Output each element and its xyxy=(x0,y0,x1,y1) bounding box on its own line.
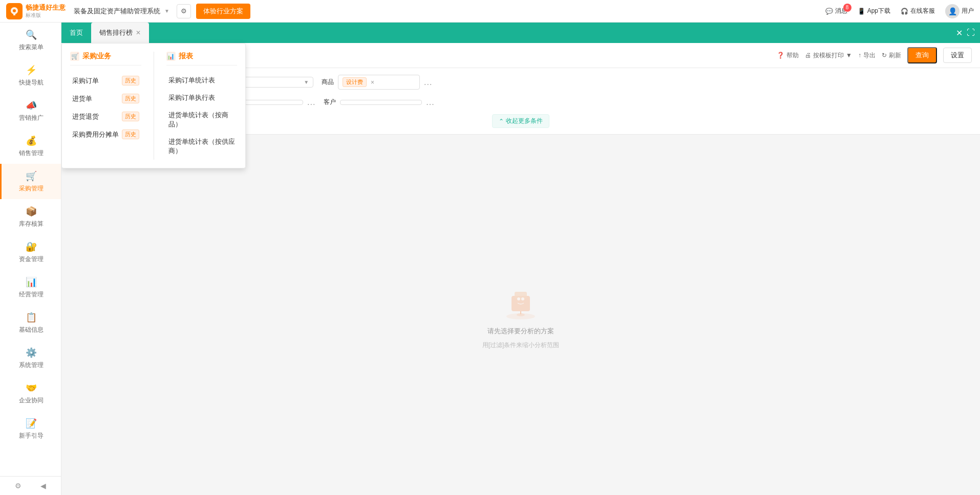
menu-item-inbound-return[interactable]: 进货退货 历史 xyxy=(70,107,141,125)
empty-hint-2: 用[过滤]条件来缩小分析范围 xyxy=(482,341,560,350)
sidebar-item-system[interactable]: ⚙️ 系统管理 xyxy=(0,340,61,376)
finance-icon: 🔐 xyxy=(25,241,37,253)
history-badge-inbound: 历史 xyxy=(122,94,139,103)
phone-icon: 📱 xyxy=(858,8,865,15)
system-title: 装备及固定资产辅助管理系统 ▼ ⚙ xyxy=(74,4,191,18)
sidebar-item-inventory[interactable]: 📦 库存核算 xyxy=(0,199,61,234)
sidebar-item-sales[interactable]: 💰 销售管理 xyxy=(0,128,61,164)
settings-bottom-button[interactable]: ⚙ xyxy=(15,482,22,490)
notification-item[interactable]: 💬 消息 8 xyxy=(825,7,847,15)
help-button[interactable]: ❓ 帮助 xyxy=(777,51,799,60)
menu-item-purchase-order-exec[interactable]: 采购订单执行表 xyxy=(166,89,238,106)
print-button[interactable]: 🖨 按模板打印 ▼ xyxy=(805,51,852,60)
dropdown-col-purchase: 🛒 采购业务 采购订单 历史 进货单 历史 进货退货 历史 xyxy=(70,52,141,160)
menu-item-inbound-stat-supplier[interactable]: 进货单统计表（按供应商） xyxy=(166,133,238,160)
salesperson-dots[interactable]: ... xyxy=(307,98,315,107)
print-dropdown-icon[interactable]: ▼ xyxy=(846,52,852,59)
help-icon: ❓ xyxy=(777,52,784,59)
query-button[interactable]: 查询 xyxy=(907,47,937,63)
empty-illustration xyxy=(500,281,541,321)
gear-button[interactable]: ⚙ xyxy=(177,4,191,18)
settings-button[interactable]: 设置 xyxy=(943,48,972,63)
purchase-dropdown-menu: 🛒 采购业务 采购订单 历史 进货单 历史 进货退货 历史 xyxy=(61,43,246,168)
doc-status-arrow: ▼ xyxy=(304,79,309,85)
enterprise-icon: 🤝 xyxy=(25,382,37,394)
dropdown-col-report: 📊 报表 采购订单统计表 采购订单执行表 进货单统计表（按商品） 进货单统计表（… xyxy=(166,52,238,160)
basicinfo-icon: 📋 xyxy=(25,311,37,324)
quick-icon: ⚡ xyxy=(25,64,37,76)
user-item[interactable]: 👤 用户 xyxy=(945,4,974,18)
chat-icon: 💬 xyxy=(825,8,833,15)
report-col-title: 📊 报表 xyxy=(166,52,238,66)
export-button[interactable]: ↑ 导出 xyxy=(858,51,876,60)
purchase-icon: 🛒 xyxy=(25,170,37,182)
print-icon: 🖨 xyxy=(805,52,811,59)
online-service-item[interactable]: 🎧 在线客服 xyxy=(901,7,935,15)
history-badge-purchase-order: 历史 xyxy=(122,76,139,85)
report-col-icon: 📊 xyxy=(166,52,176,61)
menu-item-purchase-order-stat[interactable]: 采购订单统计表 xyxy=(166,72,238,89)
sidebar-item-guide[interactable]: 📝 新手引导 xyxy=(0,411,61,446)
tab-close-all-icon[interactable]: ✕ xyxy=(956,28,963,38)
main-layout: 🔍 搜索菜单 ⚡ 快捷导航 📣 营销推广 💰 销售管理 🛒 采购管理 📦 库存核… xyxy=(0,23,980,495)
menu-item-inbound-stat-goods[interactable]: 进货单统计表（按商品） xyxy=(166,106,238,133)
menu-item-purchase-cost[interactable]: 采购费用分摊单 历史 xyxy=(70,125,141,143)
collapse-button[interactable]: ⌃ 收起更多条件 xyxy=(492,114,549,128)
tab-expand-icon[interactable]: ⛶ xyxy=(967,28,975,37)
sidebar-item-marketing[interactable]: 📣 营销推广 xyxy=(0,93,61,128)
system-title-dropdown[interactable]: ▼ xyxy=(164,8,169,14)
sidebar-bottom: ⚙ ◀ xyxy=(0,476,61,495)
header-right: 💬 消息 8 📱 App下载 🎧 在线客服 👤 用户 xyxy=(825,4,974,18)
collapse-up-icon: ⌃ xyxy=(499,118,504,125)
sidebar-item-quick[interactable]: ⚡ 快捷导航 xyxy=(0,58,61,93)
empty-state: 请先选择要分析的方案 用[过滤]条件来缩小分析范围 xyxy=(61,135,980,495)
dropdown-cols: 🛒 采购业务 采购订单 历史 进货单 历史 进货退货 历史 xyxy=(70,52,237,160)
sidebar-item-purchase[interactable]: 🛒 采购管理 xyxy=(0,164,61,199)
tab-bar-right: ✕ ⛶ xyxy=(956,28,980,38)
logo-text: 畅捷通好生意 标准版 xyxy=(26,4,66,19)
sidebar-item-search[interactable]: 🔍 搜索菜单 xyxy=(0,23,61,58)
sidebar-item-basicinfo[interactable]: 📋 基础信息 xyxy=(0,305,61,340)
tab-bar: 首页 销售排行榜 ✕ ✕ ⛶ xyxy=(61,23,980,43)
goods-dots[interactable]: ... xyxy=(424,78,432,87)
history-badge-purchase-cost: 历史 xyxy=(122,130,139,139)
filter-customer: 客户 ... xyxy=(324,98,434,107)
top-header: 畅捷通好生意 标准版 装备及固定资产辅助管理系统 ▼ ⚙ 体验行业方案 💬 消息… xyxy=(0,0,980,23)
logo-icon xyxy=(6,3,23,19)
industry-button[interactable]: 体验行业方案 xyxy=(196,4,250,19)
refresh-button[interactable]: ↻ 刷新 xyxy=(882,51,901,60)
sidebar-item-operations[interactable]: 📊 经营管理 xyxy=(0,270,61,305)
empty-hint-1: 请先选择要分析的方案 xyxy=(487,327,554,336)
svg-point-5 xyxy=(521,297,524,300)
purchase-col-icon: 🛒 xyxy=(70,52,79,61)
collapse-sidebar-button[interactable]: ◀ xyxy=(40,482,46,490)
tab-close-icon[interactable]: ✕ xyxy=(136,29,141,36)
history-badge-inbound-return: 历史 xyxy=(122,112,139,121)
filter-goods: 商品 设计费 × ... xyxy=(322,75,432,90)
goods-tag-close[interactable]: × xyxy=(371,79,374,86)
sidebar-item-enterprise[interactable]: 🤝 企业协同 xyxy=(0,376,61,411)
tab-home[interactable]: 首页 xyxy=(61,23,91,43)
purchase-col-title: 🛒 采购业务 xyxy=(70,52,141,66)
svg-point-4 xyxy=(517,297,520,300)
app-download-item[interactable]: 📱 App下载 xyxy=(858,7,890,15)
headset-icon: 🎧 xyxy=(901,8,908,15)
export-icon: ↑ xyxy=(858,52,861,59)
menu-item-inbound[interactable]: 进货单 历史 xyxy=(70,90,141,107)
customer-select[interactable] xyxy=(340,100,422,105)
customer-dots[interactable]: ... xyxy=(426,98,434,107)
marketing-icon: 📣 xyxy=(25,99,37,112)
guide-icon: 📝 xyxy=(25,417,37,429)
goods-select[interactable]: 设计费 × xyxy=(338,75,420,90)
search-icon: 🔍 xyxy=(25,29,37,41)
goods-tag: 设计费 xyxy=(343,77,367,87)
svg-rect-3 xyxy=(515,292,527,299)
col-divider xyxy=(154,52,154,160)
tab-sales-ranking[interactable]: 销售排行榜 ✕ xyxy=(91,23,149,43)
sales-icon: 💰 xyxy=(25,135,37,147)
menu-item-purchase-order[interactable]: 采购订单 历史 xyxy=(70,72,141,90)
operations-icon: 📊 xyxy=(25,276,37,288)
content-area: 首页 销售排行榜 ✕ ✕ ⛶ ❓ 帮助 🖨 按模板打印 ▼ ↑ xyxy=(61,23,980,495)
inventory-icon: 📦 xyxy=(25,205,37,218)
sidebar-item-finance[interactable]: 🔐 资金管理 xyxy=(0,234,61,270)
